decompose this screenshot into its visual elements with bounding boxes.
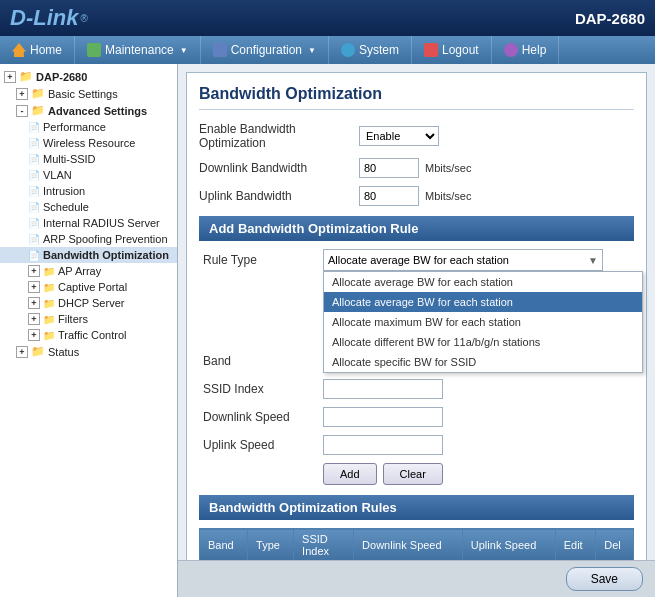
help-icon xyxy=(504,43,518,57)
nav-system[interactable]: System xyxy=(329,36,412,64)
plus-icon-basic: + xyxy=(16,88,28,100)
folder-icon-ap: 📁 xyxy=(43,266,55,277)
sidebar-item-dap2680[interactable]: + 📁 DAP-2680 xyxy=(0,68,177,85)
sidebar-label-ap: AP Array xyxy=(58,265,101,277)
system-icon xyxy=(341,43,355,57)
rule-type-selected: Allocate average BW for each station xyxy=(328,254,509,266)
sidebar-item-schedule[interactable]: 📄 Schedule xyxy=(0,199,177,215)
uplink-speed-label: Uplink Speed xyxy=(203,438,323,452)
col-band: Band xyxy=(200,529,248,562)
rules-section-header: Bandwidth Optimization Rules xyxy=(199,495,634,520)
config-icon xyxy=(213,43,227,57)
downlink-label: Downlink Bandwidth xyxy=(199,161,359,175)
sidebar-label-performance: Performance xyxy=(43,121,106,133)
sidebar-item-internal-radius[interactable]: 📄 Internal RADIUS Server xyxy=(0,215,177,231)
sidebar-label-tc: Traffic Control xyxy=(58,329,126,341)
enable-value: Enable Disable xyxy=(359,126,439,146)
uplink-input[interactable] xyxy=(359,186,419,206)
uplink-speed-field[interactable] xyxy=(323,435,443,455)
sidebar-item-advanced-settings[interactable]: - 📁 Advanced Settings xyxy=(0,102,177,119)
uplink-unit: Mbits/sec xyxy=(425,190,471,202)
plus-icon-cp: + xyxy=(28,281,40,293)
enable-select[interactable]: Enable Disable xyxy=(359,126,439,146)
plus-icon-filters: + xyxy=(28,313,40,325)
downlink-speed-row: Downlink Speed xyxy=(203,407,630,427)
nav-home[interactable]: Home xyxy=(0,36,75,64)
config-arrow: ▼ xyxy=(308,46,316,55)
maintenance-icon xyxy=(87,43,101,57)
dropdown-option-1[interactable]: Allocate average BW for each station xyxy=(324,272,642,292)
uplink-label: Uplink Bandwidth xyxy=(199,189,359,203)
clear-button[interactable]: Clear xyxy=(383,463,443,485)
minus-icon-advanced: - xyxy=(16,105,28,117)
downlink-input[interactable] xyxy=(359,158,419,178)
nav-home-label: Home xyxy=(30,43,62,57)
sidebar-label-wireless: Wireless Resource xyxy=(43,137,135,149)
sidebar-item-arp-spoofing[interactable]: 📄 ARP Spoofing Prevention xyxy=(0,231,177,247)
sidebar-label-bandwidth: Bandwidth Optimization xyxy=(43,249,169,261)
sidebar-label-basic: Basic Settings xyxy=(48,88,118,100)
nav-help[interactable]: Help xyxy=(492,36,560,64)
rule-type-dropdown[interactable]: Allocate average BW for each station ▼ xyxy=(323,249,603,271)
sidebar-item-multi-ssid[interactable]: 📄 Multi-SSID xyxy=(0,151,177,167)
plus-icon-tc: + xyxy=(28,329,40,341)
col-downlink-speed: Downlink Speed xyxy=(354,529,463,562)
col-ssid-index: SSID Index xyxy=(294,529,354,562)
sidebar-label-radius: Internal RADIUS Server xyxy=(43,217,160,229)
sidebar-item-dhcp-server[interactable]: + 📁 DHCP Server xyxy=(0,295,177,311)
table-header-row: Band Type SSID Index Downlink Speed Upli… xyxy=(200,529,634,562)
rule-form: Rule Type Allocate average BW for each s… xyxy=(199,249,634,485)
folder-icon-status: 📁 xyxy=(31,345,45,358)
folder-icon-basic: 📁 xyxy=(31,87,45,100)
col-type: Type xyxy=(248,529,294,562)
sidebar-item-traffic-control[interactable]: + 📁 Traffic Control xyxy=(0,327,177,343)
add-rule-section-header: Add Bandwidth Optimization Rule xyxy=(199,216,634,241)
downlink-speed-field[interactable] xyxy=(323,407,443,427)
uplink-speed-row: Uplink Speed xyxy=(203,435,630,455)
plus-icon-status: + xyxy=(16,346,28,358)
rule-type-input: Allocate average BW for each station ▼ A… xyxy=(323,249,630,271)
logo-dlink: D-Link xyxy=(10,5,78,31)
logo-reg: ® xyxy=(80,13,87,24)
sidebar-label-dhcp: DHCP Server xyxy=(58,297,124,309)
nav-configuration[interactable]: Configuration ▼ xyxy=(201,36,329,64)
folder-icon-cp: 📁 xyxy=(43,282,55,293)
nav-logout[interactable]: Logout xyxy=(412,36,492,64)
file-icon-arp: 📄 xyxy=(28,234,40,245)
add-button[interactable]: Add xyxy=(323,463,377,485)
file-icon-intrusion: 📄 xyxy=(28,186,40,197)
sidebar-item-captive-portal[interactable]: + 📁 Captive Portal xyxy=(0,279,177,295)
sidebar-item-wireless-resource[interactable]: 📄 Wireless Resource xyxy=(0,135,177,151)
save-button[interactable]: Save xyxy=(566,567,643,591)
sidebar-item-basic-settings[interactable]: + 📁 Basic Settings xyxy=(0,85,177,102)
sidebar-item-filters[interactable]: + 📁 Filters xyxy=(0,311,177,327)
header: D-Link ® DAP-2680 xyxy=(0,0,655,36)
enable-label: Enable Bandwidth Optimization xyxy=(199,122,359,150)
sidebar-item-ap-array[interactable]: + 📁 AP Array xyxy=(0,263,177,279)
band-label: Band xyxy=(203,354,323,368)
ssid-index-field[interactable] xyxy=(323,379,443,399)
sidebar-item-vlan[interactable]: 📄 VLAN xyxy=(0,167,177,183)
plus-icon-dhcp: + xyxy=(28,297,40,309)
home-icon xyxy=(12,43,26,57)
dropdown-option-2[interactable]: Allocate average BW for each station xyxy=(324,292,642,312)
folder-icon-dhcp: 📁 xyxy=(43,298,55,309)
nav-maintenance[interactable]: Maintenance ▼ xyxy=(75,36,201,64)
dropdown-option-3[interactable]: Allocate maximum BW for each station xyxy=(324,312,642,332)
rule-type-dropdown-container: Allocate average BW for each station ▼ A… xyxy=(323,249,603,271)
sidebar-item-status[interactable]: + 📁 Status xyxy=(0,343,177,360)
maintenance-arrow: ▼ xyxy=(180,46,188,55)
sidebar-label-captive: Captive Portal xyxy=(58,281,127,293)
folder-icon-advanced: 📁 xyxy=(31,104,45,117)
sidebar-item-performance[interactable]: 📄 Performance xyxy=(0,119,177,135)
sidebar-item-bandwidth-opt[interactable]: 📄 Bandwidth Optimization xyxy=(0,247,177,263)
ssid-index-label: SSID Index xyxy=(203,382,323,396)
dropdown-option-4[interactable]: Allocate different BW for 11a/b/g/n stat… xyxy=(324,332,642,352)
sidebar-item-intrusion[interactable]: 📄 Intrusion xyxy=(0,183,177,199)
dropdown-option-5[interactable]: Allocate specific BW for SSID xyxy=(324,352,642,372)
nav-maintenance-label: Maintenance xyxy=(105,43,174,57)
nav-logout-label: Logout xyxy=(442,43,479,57)
sidebar: + 📁 DAP-2680 + 📁 Basic Settings - 📁 Adva… xyxy=(0,64,178,597)
main-layout: + 📁 DAP-2680 + 📁 Basic Settings - 📁 Adva… xyxy=(0,64,655,597)
sidebar-label-advanced: Advanced Settings xyxy=(48,105,147,117)
